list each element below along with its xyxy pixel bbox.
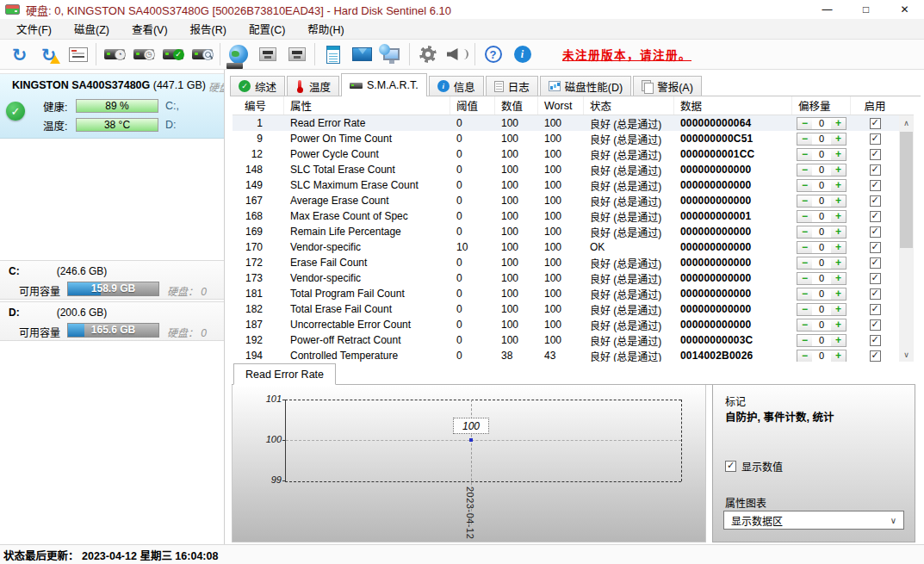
refresh-warning-button[interactable] — [35, 42, 62, 67]
disk-test-button[interactable] — [159, 42, 186, 67]
enabled-checkbox[interactable] — [870, 211, 881, 222]
disk-surface-test-button[interactable] — [189, 42, 215, 67]
table-row[interactable]: 170 Vendor-specific 10 100 100 OK 000000… — [233, 239, 899, 255]
enabled-checkbox[interactable] — [870, 257, 881, 269]
scroll-up-icon[interactable] — [899, 115, 914, 130]
offset-decrease-button[interactable] — [797, 211, 812, 222]
table-row[interactable]: 173 Vendor-specific 0 100 100 良好 (总是通过) … — [233, 270, 899, 286]
table-row[interactable]: 149 SLC Maximum Erase Count 0 100 100 良好… — [233, 177, 899, 193]
header-data[interactable]: 数据 — [674, 96, 792, 115]
table-row[interactable]: 168 Max Erase Count of Spec 0 100 100 良好… — [233, 208, 899, 224]
partition-panel-d[interactable]: D: (200.6 GB) 可用容量 165.6 GB 硬盘： 0 — [0, 301, 224, 341]
offset-decrease-button[interactable] — [797, 335, 812, 346]
offset-decrease-button[interactable] — [797, 304, 812, 315]
table-row[interactable]: 169 Remain Life Percentage 0 100 100 良好 … — [233, 224, 899, 239]
sound-settings-button[interactable] — [443, 42, 470, 67]
disk-eject-button[interactable] — [254, 42, 281, 67]
refresh-button[interactable] — [6, 42, 33, 67]
device-panel[interactable]: KINGSTON SA400S37480G (447.1 GB) 硬盘 健康: … — [0, 73, 224, 139]
table-row[interactable]: 182 Total Erase Fail Count 0 100 100 良好 … — [233, 301, 899, 317]
disk-insert-button[interactable] — [283, 42, 310, 67]
offset-decrease-button[interactable] — [797, 288, 812, 300]
report-button[interactable] — [65, 42, 91, 67]
table-row[interactable]: 181 Total Program Fail Count 0 100 100 良… — [233, 286, 899, 301]
offset-increase-button[interactable] — [831, 335, 846, 346]
tab-alerts[interactable]: 警报(A) — [633, 76, 702, 96]
attribute-chart-tab[interactable]: Read Error Rate — [233, 363, 336, 385]
close-button[interactable]: ✕ — [885, 3, 924, 15]
table-row[interactable]: 148 SLC Total Erase Count 0 100 100 良好 (… — [233, 162, 899, 177]
menu-view[interactable]: 查看(V) — [121, 17, 179, 40]
offset-increase-button[interactable] — [831, 304, 846, 315]
show-values-checkbox[interactable] — [725, 461, 736, 472]
offset-increase-button[interactable] — [831, 273, 846, 284]
header-threshold[interactable]: 阈值 — [450, 96, 495, 115]
tab-information[interactable]: 信息 — [429, 76, 484, 96]
header-value[interactable]: 数值 — [495, 96, 538, 115]
enabled-checkbox[interactable] — [870, 164, 881, 176]
table-row[interactable]: 9 Power On Time Count 0 100 100 良好 (总是通过… — [233, 131, 899, 146]
partition-panel-c[interactable]: C: (246.6 GB) 可用容量 158.9 GB 硬盘： 0 — [0, 260, 224, 300]
tab-temperature[interactable]: 温度 — [287, 76, 339, 96]
offset-decrease-button[interactable] — [797, 149, 812, 160]
scrollbar-thumb[interactable] — [900, 132, 913, 248]
table-row[interactable]: 172 Erase Fail Count 0 100 100 良好 (总是通过)… — [233, 255, 899, 270]
offset-increase-button[interactable] — [831, 288, 846, 300]
settings-button[interactable] — [414, 42, 441, 67]
offset-increase-button[interactable] — [831, 164, 846, 176]
register-link[interactable]: 未注册版本，请注册。 — [562, 46, 691, 63]
menu-disk[interactable]: 磁盘(Z) — [63, 17, 121, 40]
offset-decrease-button[interactable] — [797, 133, 812, 145]
menu-report[interactable]: 报告(R) — [179, 17, 238, 40]
offset-decrease-button[interactable] — [797, 226, 812, 238]
offset-decrease-button[interactable] — [797, 118, 812, 129]
offset-increase-button[interactable] — [831, 133, 846, 145]
offset-decrease-button[interactable] — [797, 273, 812, 284]
header-enabled[interactable]: 启用 — [851, 96, 899, 115]
remote-monitor-button[interactable] — [378, 42, 405, 67]
enabled-checkbox[interactable] — [870, 118, 881, 129]
enabled-checkbox[interactable] — [870, 350, 881, 362]
offset-decrease-button[interactable] — [797, 350, 812, 362]
offset-decrease-button[interactable] — [797, 164, 812, 176]
header-attribute[interactable]: 属性 — [284, 96, 450, 115]
header-id[interactable]: 编号 — [233, 96, 284, 115]
offset-increase-button[interactable] — [831, 195, 846, 207]
minimize-button[interactable]: — — [808, 3, 846, 15]
offset-decrease-button[interactable] — [797, 319, 812, 331]
offset-increase-button[interactable] — [831, 319, 846, 331]
tab-disk-performance[interactable]: 磁盘性能(D) — [540, 76, 631, 96]
enabled-checkbox[interactable] — [870, 195, 881, 207]
table-row[interactable]: 194 Controlled Temperature 0 38 43 良好 (总… — [233, 348, 899, 362]
menu-help[interactable]: 帮助(H) — [296, 17, 355, 40]
network-disk-button[interactable] — [225, 42, 251, 67]
mail-report-button[interactable] — [349, 42, 375, 67]
menu-file[interactable]: 文件(F) — [5, 17, 63, 40]
offset-decrease-button[interactable] — [797, 195, 812, 207]
enabled-checkbox[interactable] — [870, 133, 881, 145]
help-button[interactable] — [480, 42, 506, 67]
log-button[interactable] — [319, 42, 346, 67]
table-row[interactable]: 192 Power-off Retract Count 0 100 100 良好… — [233, 332, 899, 348]
enabled-checkbox[interactable] — [870, 304, 881, 315]
enabled-checkbox[interactable] — [870, 273, 881, 284]
enabled-checkbox[interactable] — [870, 242, 881, 253]
chart-mode-select[interactable]: 显示数据区 — [723, 511, 904, 530]
table-row[interactable]: 187 Uncorrectable Error Count 0 100 100 … — [233, 317, 899, 332]
offset-increase-button[interactable] — [831, 226, 846, 238]
enabled-checkbox[interactable] — [870, 180, 881, 191]
tab-log[interactable]: 日志 — [486, 76, 538, 96]
offset-increase-button[interactable] — [831, 350, 846, 362]
disk-performance-button[interactable] — [101, 42, 127, 67]
offset-increase-button[interactable] — [831, 118, 846, 129]
table-row[interactable]: 167 Average Erase Count 0 100 100 良好 (总是… — [233, 193, 899, 208]
tab-overview[interactable]: 综述 — [230, 76, 285, 96]
table-row[interactable]: 12 Power Cycle Count 0 100 100 良好 (总是通过)… — [233, 146, 899, 162]
enabled-checkbox[interactable] — [870, 319, 881, 331]
offset-increase-button[interactable] — [831, 211, 846, 222]
maximize-button[interactable]: □ — [846, 3, 885, 15]
about-button[interactable] — [509, 42, 536, 67]
header-worst[interactable]: Worst — [538, 96, 584, 115]
enabled-checkbox[interactable] — [870, 226, 881, 238]
disk-schedule-button[interactable] — [130, 42, 157, 67]
